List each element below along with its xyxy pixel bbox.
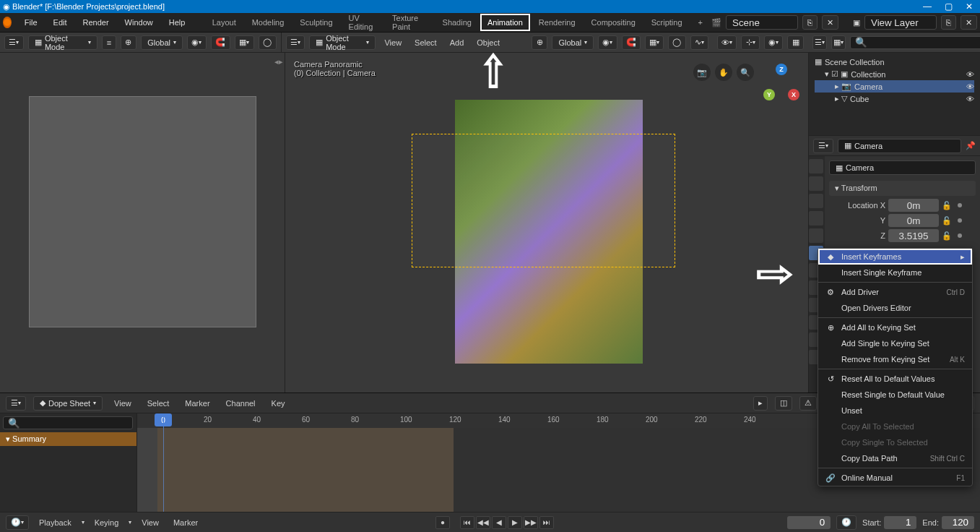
dope-select[interactable]: Select xyxy=(143,399,174,408)
ctx-insert-single[interactable]: Insert Single Keyframe xyxy=(818,265,972,280)
ptab-output[interactable] xyxy=(809,176,823,191)
next-keyframe-button[interactable]: ▶▶ xyxy=(524,516,538,529)
dope-play-icon[interactable]: ▸ xyxy=(753,396,768,411)
channel-summary[interactable]: ▾ Summary xyxy=(0,432,136,446)
ctx-add-keying[interactable]: ⊕Add All to Keying Set xyxy=(818,319,972,335)
dope-view[interactable]: View xyxy=(110,399,136,408)
maximize-button[interactable]: ▢ xyxy=(945,1,953,12)
editor-type-button[interactable]: ☰▾ xyxy=(4,35,24,50)
keyframe-dot[interactable] xyxy=(958,233,962,238)
camera-frame[interactable] xyxy=(412,134,675,267)
dope-key[interactable]: Key xyxy=(267,399,290,408)
dope-mode-select[interactable]: ◆ Dope Sheet ▾ xyxy=(33,396,103,411)
prev-keyframe-button[interactable]: ◀◀ xyxy=(476,516,490,529)
pin-icon[interactable]: 📌 xyxy=(966,141,976,150)
jump-end-button[interactable]: ⏭ xyxy=(539,516,554,529)
menu-window[interactable]: Window xyxy=(118,15,160,30)
tree-item-camera[interactable]: ▸ 📷 Camera 👁 xyxy=(815,80,974,93)
mode-select-left[interactable]: ▦ Object Mode ▾ xyxy=(28,35,97,50)
play-button[interactable]: ▶ xyxy=(508,516,522,529)
workspace-layout[interactable]: Layout xyxy=(205,14,243,31)
dope-sel-icon[interactable]: ◫ xyxy=(775,396,792,411)
xray-button[interactable]: ▦ xyxy=(787,35,804,50)
menu-file[interactable]: File xyxy=(17,15,45,30)
proportional-edit-button[interactable]: ◯ xyxy=(259,35,277,50)
current-frame-input[interactable] xyxy=(787,516,831,529)
ctx-add-driver[interactable]: ⚙Add DriverCtrl D xyxy=(818,284,972,300)
workspace-animation[interactable]: Animation xyxy=(480,14,530,31)
tree-scene-collection[interactable]: ▦ Scene Collection xyxy=(815,56,974,68)
tree-collection[interactable]: ▾ ☑ ▣ Collection 👁 xyxy=(815,68,974,80)
header-menus-icon[interactable]: ≡ xyxy=(102,35,116,50)
transform-section-header[interactable]: ▾ Transform xyxy=(829,181,976,196)
ctx-add-single-keying[interactable]: Add Single to Keying Set xyxy=(818,335,972,351)
ctx-remove-keying[interactable]: Remove from Keying SetAlt K xyxy=(818,351,972,367)
mode-select-center[interactable]: ▦ Object Mode ▾ xyxy=(309,35,376,50)
dope-editor-type[interactable]: ☰▾ xyxy=(6,396,26,411)
workspace-texture[interactable]: Texture Paint xyxy=(385,9,433,35)
zoom-icon[interactable]: 🔍 xyxy=(737,64,754,81)
tree-item-cube[interactable]: ▸ ▽ Cube 👁 xyxy=(815,93,974,105)
ctx-reset-all[interactable]: ↺Reset All to Default Values xyxy=(818,371,972,387)
workspace-uv[interactable]: UV Editing xyxy=(342,9,383,35)
props-editor-type[interactable]: ☰▾ xyxy=(813,139,833,153)
editor-type-button-2[interactable]: ☰▾ xyxy=(286,35,305,50)
timeline-editor-type[interactable]: 🕐▾ xyxy=(6,515,29,530)
axis-y-icon[interactable]: Y xyxy=(763,89,775,100)
toggle-region-icon[interactable]: ◂▸ xyxy=(274,57,283,66)
keyframe-dot[interactable] xyxy=(958,218,962,223)
header-select[interactable]: Select xyxy=(410,38,441,47)
ptab-viewlayer[interactable] xyxy=(809,194,823,208)
jump-start-button[interactable]: ⏮ xyxy=(460,516,474,529)
preview-range-button[interactable]: 🕐 xyxy=(836,515,857,530)
header-add[interactable]: Add xyxy=(446,38,469,47)
camera-view-icon[interactable]: 📷 xyxy=(693,64,711,81)
loc-x-input[interactable] xyxy=(888,199,939,212)
autokey-button[interactable]: ● xyxy=(435,516,450,529)
workspace-shading[interactable]: Shading xyxy=(435,14,479,31)
props-object-name[interactable]: ▦ Camera xyxy=(838,139,961,153)
orientation-select-left[interactable]: Global ▾ xyxy=(141,35,183,50)
ptab-world[interactable] xyxy=(809,228,823,243)
workspace-scripting[interactable]: Scripting xyxy=(644,14,690,31)
ctx-copy-path[interactable]: Copy Data PathShift Ctrl C xyxy=(818,450,972,466)
ctx-reset-single[interactable]: Reset Single to Default Value xyxy=(818,387,972,403)
viewlayer-name-input[interactable] xyxy=(864,15,937,30)
keyframe-dot[interactable] xyxy=(958,203,962,207)
scene-name-input[interactable] xyxy=(726,15,798,30)
browse-viewlayer-icon[interactable]: ▣ xyxy=(853,18,860,27)
dope-marker[interactable]: Marker xyxy=(181,399,214,408)
nav-gizmo[interactable]: Z Y X xyxy=(763,64,799,114)
pb-playback[interactable]: Playback xyxy=(35,518,76,527)
pan-icon[interactable]: ✋ xyxy=(715,64,732,81)
axis-z-icon[interactable]: Z xyxy=(776,64,787,75)
new-viewlayer-button[interactable]: ⎘ xyxy=(941,15,956,30)
pb-marker[interactable]: Marker xyxy=(169,518,202,527)
header-view[interactable]: View xyxy=(380,38,406,47)
channel-search[interactable] xyxy=(3,416,133,429)
falloff-2[interactable]: ∿▾ xyxy=(690,35,708,50)
visibility-button[interactable]: 👁▾ xyxy=(717,35,737,50)
pivot-button[interactable]: ◉▾ xyxy=(187,35,207,50)
snap-target-button[interactable]: ▦▾ xyxy=(235,35,254,50)
workspace-sculpting[interactable]: Sculpting xyxy=(292,14,339,31)
ctx-unset[interactable]: Unset xyxy=(818,403,972,419)
proportional-2[interactable]: ◯ xyxy=(668,35,686,50)
ctx-open-drivers[interactable]: Open Drivers Editor xyxy=(818,300,972,316)
loc-z-input[interactable] xyxy=(888,229,939,242)
delete-scene-button[interactable]: ✕ xyxy=(822,15,838,30)
pb-view[interactable]: View xyxy=(137,518,163,527)
end-frame-input[interactable] xyxy=(942,516,974,529)
play-reverse-button[interactable]: ◀ xyxy=(492,516,506,529)
workspace-rendering[interactable]: Rendering xyxy=(532,14,583,31)
browse-scene-icon[interactable]: 🎬 xyxy=(711,18,721,27)
lock-icon[interactable]: 🔓 xyxy=(942,201,952,210)
axis-x-icon[interactable]: X xyxy=(788,89,799,100)
orientation-icon[interactable]: ⊕ xyxy=(121,35,136,50)
snap-button-2[interactable]: 🧲 xyxy=(622,35,641,50)
minimize-button[interactable]: — xyxy=(923,1,932,12)
menu-help[interactable]: Help xyxy=(162,15,193,30)
workspace-compositing[interactable]: Compositing xyxy=(584,14,643,31)
lock-icon[interactable]: 🔓 xyxy=(942,231,952,241)
start-frame-input[interactable] xyxy=(884,516,916,529)
